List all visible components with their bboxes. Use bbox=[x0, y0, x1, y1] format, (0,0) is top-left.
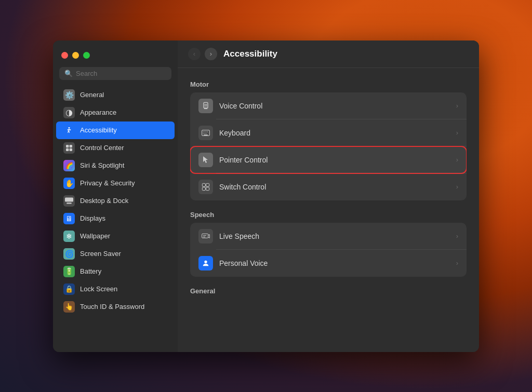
switch-control-icon bbox=[198, 180, 213, 194]
sidebar: 🔍 ⚙️ General ◑ Appearance bbox=[53, 40, 178, 352]
svg-rect-25 bbox=[202, 234, 208, 238]
privacy-icon: ✋ bbox=[63, 178, 75, 189]
general-section-header: General bbox=[190, 287, 467, 295]
minimize-button[interactable] bbox=[72, 52, 79, 59]
chevron-icon: › bbox=[456, 129, 458, 137]
traffic-lights bbox=[53, 47, 178, 67]
live-speech-label: Live Speech bbox=[219, 232, 450, 240]
switch-control-label: Switch Control bbox=[219, 183, 450, 191]
sidebar-item-control-center[interactable]: Control Center bbox=[56, 139, 175, 157]
pointer-control-icon bbox=[198, 153, 213, 167]
touch-id-icon: 👆 bbox=[63, 301, 75, 313]
chevron-icon: › bbox=[456, 102, 458, 110]
displays-icon: 🖥 bbox=[63, 213, 75, 224]
content-header: ‹ › Accessibility bbox=[178, 40, 479, 68]
pointer-control-row[interactable]: Pointer Control › bbox=[190, 146, 467, 173]
general-icon: ⚙️ bbox=[63, 89, 75, 101]
wallpaper-icon: ❄ bbox=[63, 231, 75, 242]
speech-settings-group: Live Speech › Personal Voice › bbox=[190, 223, 467, 277]
live-speech-icon bbox=[198, 229, 213, 244]
sidebar-item-label: Lock Screen bbox=[80, 285, 117, 293]
sidebar-item-label: Screen Saver bbox=[80, 250, 121, 258]
sidebar-item-touch-id[interactable]: 👆 Touch ID & Password bbox=[56, 298, 175, 316]
svg-rect-3 bbox=[66, 148, 69, 151]
chevron-icon: › bbox=[456, 183, 458, 191]
sidebar-item-label: General bbox=[80, 91, 104, 99]
chevron-icon: › bbox=[456, 232, 458, 240]
svg-rect-6 bbox=[66, 202, 72, 204]
content-body: Motor Voi bbox=[178, 68, 479, 309]
sidebar-item-battery[interactable]: 🔋 Battery bbox=[56, 263, 175, 280]
personal-voice-label: Personal Voice bbox=[219, 259, 450, 267]
sidebar-item-desktop-dock[interactable]: Desktop & Dock bbox=[56, 192, 175, 210]
chevron-icon: › bbox=[456, 156, 458, 164]
svg-rect-1 bbox=[66, 145, 69, 147]
sidebar-item-accessibility[interactable]: Accessibility bbox=[56, 121, 175, 139]
speech-section-header: Speech bbox=[190, 211, 467, 219]
personal-voice-row[interactable]: Personal Voice › bbox=[190, 250, 467, 277]
keyboard-label: Keyboard bbox=[219, 129, 450, 137]
desktop-dock-icon bbox=[63, 195, 75, 207]
svg-rect-24 bbox=[206, 187, 209, 190]
search-box[interactable]: 🔍 bbox=[59, 67, 171, 80]
svg-point-0 bbox=[69, 127, 70, 128]
svg-rect-4 bbox=[70, 148, 72, 151]
sidebar-item-label: Privacy & Security bbox=[80, 179, 135, 187]
voice-control-label: Voice Control bbox=[219, 102, 450, 110]
sidebar-item-privacy[interactable]: ✋ Privacy & Security bbox=[56, 174, 175, 192]
lock-screen-icon: 🔒 bbox=[63, 283, 75, 295]
forward-button[interactable]: › bbox=[205, 48, 217, 60]
back-button[interactable]: ‹ bbox=[188, 48, 201, 60]
svg-rect-7 bbox=[204, 102, 208, 108]
chevron-icon: › bbox=[456, 259, 458, 267]
battery-icon: 🔋 bbox=[63, 266, 75, 277]
window-layout: 🔍 ⚙️ General ◑ Appearance bbox=[53, 40, 479, 352]
appearance-icon: ◑ bbox=[63, 107, 75, 118]
search-input[interactable] bbox=[76, 70, 166, 77]
svg-point-28 bbox=[204, 260, 207, 263]
switch-control-row[interactable]: Switch Control › bbox=[190, 173, 467, 200]
motor-section-header: Motor bbox=[190, 80, 467, 88]
svg-point-9 bbox=[206, 104, 207, 105]
live-speech-row[interactable]: Live Speech › bbox=[190, 223, 467, 250]
page-title: Accessibility bbox=[223, 49, 277, 59]
svg-point-8 bbox=[205, 104, 206, 105]
close-button[interactable] bbox=[61, 52, 68, 59]
svg-point-10 bbox=[205, 105, 206, 106]
maximize-button[interactable] bbox=[83, 52, 90, 59]
personal-voice-icon bbox=[198, 256, 213, 271]
sidebar-item-label: Accessibility bbox=[80, 126, 117, 134]
sidebar-item-displays[interactable]: 🖥 Displays bbox=[56, 210, 175, 227]
search-icon: 🔍 bbox=[64, 70, 73, 77]
main-content: ‹ › Accessibility Motor bbox=[178, 40, 479, 352]
control-center-icon bbox=[63, 142, 75, 154]
sidebar-item-label: Touch ID & Password bbox=[80, 303, 144, 310]
svg-point-11 bbox=[206, 105, 207, 106]
svg-rect-2 bbox=[70, 145, 72, 147]
sidebar-item-wallpaper[interactable]: ❄ Wallpaper bbox=[56, 227, 175, 245]
svg-rect-22 bbox=[206, 183, 209, 186]
svg-rect-23 bbox=[202, 187, 205, 190]
accessibility-icon bbox=[63, 125, 75, 136]
keyboard-row[interactable]: Keyboard › bbox=[190, 119, 467, 146]
settings-window: 🔍 ⚙️ General ◑ Appearance bbox=[53, 40, 479, 352]
sidebar-item-label: Desktop & Dock bbox=[80, 197, 128, 205]
screen-saver-icon: 🌀 bbox=[63, 248, 75, 260]
sidebar-item-siri[interactable]: 🌈 Siri & Spotlight bbox=[56, 157, 175, 174]
sidebar-item-appearance[interactable]: ◑ Appearance bbox=[56, 104, 175, 121]
sidebar-item-screen-saver[interactable]: 🌀 Screen Saver bbox=[56, 245, 175, 263]
voice-control-icon bbox=[198, 99, 213, 113]
sidebar-item-general[interactable]: ⚙️ General bbox=[56, 86, 175, 104]
voice-control-row[interactable]: Voice Control › bbox=[190, 92, 467, 119]
sidebar-item-label: Battery bbox=[80, 267, 101, 275]
sidebar-item-label: Control Center bbox=[80, 144, 124, 152]
siri-icon: 🌈 bbox=[63, 160, 75, 171]
sidebar-item-label: Appearance bbox=[80, 109, 116, 116]
svg-rect-21 bbox=[202, 183, 205, 186]
sidebar-item-label: Wallpaper bbox=[80, 232, 110, 240]
motor-settings-group: Voice Control › bbox=[190, 92, 467, 200]
sidebar-item-label: Siri & Spotlight bbox=[80, 161, 124, 169]
keyboard-icon bbox=[198, 126, 213, 140]
sidebar-item-lock-screen[interactable]: 🔒 Lock Screen bbox=[56, 280, 175, 298]
svg-rect-5 bbox=[65, 197, 73, 201]
